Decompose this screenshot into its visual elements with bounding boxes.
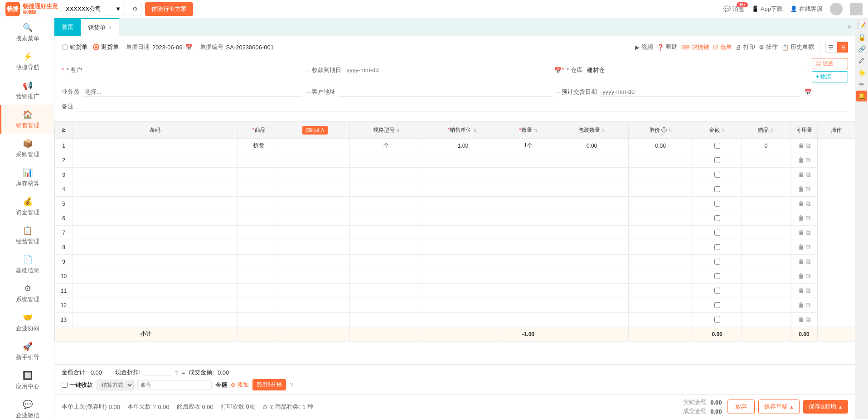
cell-qty[interactable]	[423, 240, 501, 255]
sidebar-item-inventory[interactable]: 📊 库存核算	[0, 163, 54, 192]
help-circle-icon[interactable]: ?	[175, 369, 178, 376]
gift-checkbox[interactable]	[714, 143, 720, 149]
sidebar-item-finance[interactable]: 💰 资金管理	[0, 192, 54, 221]
cell-product[interactable]: 拆货	[238, 139, 280, 153]
cell-product[interactable]	[238, 153, 280, 168]
rp-icon-3[interactable]: 🔗	[856, 43, 867, 54]
history-button[interactable]: 📋 历史单据	[781, 43, 814, 51]
delete-icon[interactable]: 🗑	[798, 156, 804, 164]
copy-icon[interactable]: ⧉	[806, 229, 810, 236]
calendar-icon[interactable]: 📅	[185, 44, 193, 51]
radio-return-order[interactable]: 退货单	[93, 43, 119, 51]
cell-barcode[interactable]	[73, 255, 238, 269]
cell-spec[interactable]	[280, 197, 350, 211]
ops-button[interactable]: ⚙ 操作	[759, 43, 778, 51]
copy-icon[interactable]: ⧉	[806, 171, 810, 178]
cell-price[interactable]	[555, 211, 628, 226]
cell-product[interactable]	[238, 255, 280, 269]
delete-icon[interactable]: 🗑	[798, 287, 804, 294]
cell-price[interactable]: 0.00	[555, 139, 628, 153]
gift-checkbox[interactable]	[714, 302, 720, 308]
expected-date-calendar-icon[interactable]: 📅	[805, 89, 812, 96]
delete-icon[interactable]: 🗑	[798, 316, 804, 323]
sidebar-item-apps[interactable]: 🔲 应用中心	[0, 366, 54, 395]
sidebar-item-nav[interactable]: ⚡ 快捷导航	[0, 47, 54, 76]
copy-icon[interactable]: ⧉	[806, 287, 810, 294]
cell-qty[interactable]	[423, 168, 501, 182]
copy-icon[interactable]: ⧉	[806, 316, 810, 323]
barcode-input[interactable]	[76, 288, 235, 294]
rp-icon-2[interactable]: 🔒	[856, 32, 867, 43]
cell-barcode[interactable]	[73, 226, 238, 240]
sidebar-item-marketing[interactable]: 📢 营销推广	[0, 76, 54, 105]
cell-gift[interactable]	[693, 313, 742, 327]
due-date-input[interactable]	[344, 65, 550, 75]
notes-input[interactable]	[76, 101, 848, 111]
sidebar-item-management[interactable]: 📋 经营管理	[0, 221, 54, 250]
cell-spec[interactable]	[280, 313, 350, 327]
cell-spec[interactable]	[280, 284, 350, 298]
barcode-input[interactable]	[76, 186, 235, 193]
cell-product[interactable]	[238, 182, 280, 197]
user-menu[interactable]	[850, 3, 863, 15]
barcode-input[interactable]	[76, 143, 235, 149]
cell-gift[interactable]	[693, 298, 742, 313]
gift-checkbox[interactable]	[714, 273, 720, 279]
cell-qty[interactable]	[423, 284, 501, 298]
cell-product[interactable]	[238, 269, 280, 284]
gift-checkbox[interactable]	[714, 288, 720, 294]
cell-qty[interactable]	[423, 269, 501, 284]
cell-qty[interactable]	[423, 197, 501, 211]
cell-qty[interactable]: -1.00	[423, 139, 501, 153]
cell-price[interactable]	[555, 284, 628, 298]
delete-icon[interactable]: 🗑	[798, 272, 804, 280]
copy-icon[interactable]: ⧉	[806, 156, 810, 164]
barcode-input[interactable]	[76, 273, 235, 279]
cell-price[interactable]	[555, 269, 628, 284]
cell-price[interactable]	[555, 182, 628, 197]
cell-product[interactable]	[238, 240, 280, 255]
service-button[interactable]: 👤 在线客服	[790, 5, 823, 13]
delete-icon[interactable]: 🗑	[798, 200, 804, 207]
cell-gift[interactable]	[693, 255, 742, 269]
cell-gift[interactable]	[693, 182, 742, 197]
gift-checkbox[interactable]	[714, 230, 720, 236]
staff-input[interactable]	[82, 87, 302, 97]
copy-icon[interactable]: ⧉	[806, 258, 810, 265]
rp-icon-4[interactable]: 🖊	[856, 55, 867, 66]
rp-icon-6[interactable]: ✏	[856, 79, 867, 90]
calc-method-select[interactable]: 结算方式	[97, 380, 134, 390]
th-settings[interactable]: ⚙	[55, 122, 73, 139]
shortcut-button[interactable]: ⌨ 快捷键	[681, 43, 709, 51]
list-view-button[interactable]: ☰	[825, 42, 836, 53]
rp-icon-1[interactable]: 📝	[856, 20, 867, 31]
cell-barcode[interactable]	[73, 313, 238, 327]
cell-gift[interactable]	[693, 168, 742, 182]
customer-addr-input[interactable]	[338, 87, 553, 97]
avatar[interactable]	[830, 3, 843, 15]
one-click-checkbox[interactable]	[62, 382, 68, 388]
one-click-payment[interactable]: 一键收款	[62, 381, 93, 389]
tab-close-all-button[interactable]: ×	[848, 23, 852, 31]
cell-barcode[interactable]	[73, 211, 238, 226]
cell-barcode[interactable]	[73, 182, 238, 197]
cell-qty[interactable]	[423, 313, 501, 327]
cell-barcode[interactable]	[73, 153, 238, 168]
trial-button[interactable]: 体验行业方案	[145, 2, 193, 16]
barcode-input[interactable]	[76, 302, 235, 308]
gift-checkbox[interactable]	[714, 215, 720, 221]
cell-spec[interactable]	[280, 139, 350, 153]
gift-checkbox[interactable]	[714, 172, 720, 178]
grid-view-button[interactable]: ⊞	[837, 42, 848, 53]
cell-price[interactable]	[555, 153, 628, 168]
sidebar-item-system[interactable]: ⚙ 系统管理	[0, 279, 54, 308]
staff-dots-icon[interactable]: ···	[307, 89, 312, 96]
cell-spec[interactable]	[280, 153, 350, 168]
fee-help-icon[interactable]: ?	[290, 381, 293, 388]
print-button[interactable]: 🖨 打印	[736, 43, 755, 51]
cell-product[interactable]	[238, 168, 280, 182]
sidebar-item-search[interactable]: 🔍 搜索菜单	[0, 18, 54, 47]
radio-sale-order[interactable]: 销货单	[62, 43, 87, 51]
sidebar-item-sales[interactable]: 🏠 销售管理	[0, 105, 54, 134]
copy-icon[interactable]: ⧉	[806, 214, 810, 222]
